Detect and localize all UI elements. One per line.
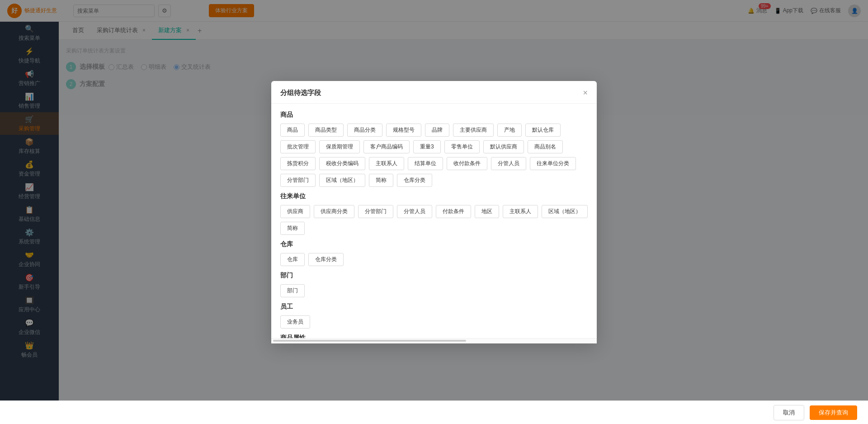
field-tag-partner-1[interactable]: 供应商分类 <box>314 205 354 218</box>
field-tag-product-3[interactable]: 规格型号 <box>386 124 421 137</box>
field-tag-product-6[interactable]: 产地 <box>497 124 522 137</box>
field-tag-product-1[interactable]: 商品类型 <box>308 124 344 137</box>
section-title-warehouse: 仓库 <box>280 240 588 248</box>
modal-horizontal-scrollbar[interactable] <box>271 338 597 343</box>
cancel-button[interactable]: 取消 <box>774 405 804 420</box>
field-tag-department-0[interactable]: 部门 <box>280 284 305 297</box>
field-tag-partner-3[interactable]: 分管人员 <box>397 205 432 218</box>
field-grid-department: 部门 <box>280 284 588 297</box>
field-tag-product-22[interactable]: 分管部门 <box>280 174 316 187</box>
modal-close-button[interactable]: × <box>583 88 588 98</box>
section-title-employee: 员工 <box>280 303 588 311</box>
field-tag-product-7[interactable]: 默认仓库 <box>525 124 561 137</box>
modal-header: 分组待选字段 × <box>271 81 597 104</box>
field-tag-product-24[interactable]: 简称 <box>369 174 393 187</box>
field-tag-product-8[interactable]: 批次管理 <box>280 140 316 153</box>
field-tag-partner-6[interactable]: 主联系人 <box>503 205 538 218</box>
field-tag-product-12[interactable]: 零售单位 <box>444 140 480 153</box>
field-tag-product-18[interactable]: 结算单位 <box>408 157 443 170</box>
field-tag-product-10[interactable]: 客户商品编码 <box>363 140 410 153</box>
field-tag-warehouse-0[interactable]: 仓库 <box>280 253 305 266</box>
section-title-partner: 往来单位 <box>280 192 588 200</box>
field-tag-product-19[interactable]: 收付款条件 <box>447 157 487 170</box>
field-tag-partner-7[interactable]: 区域（地区） <box>542 205 588 218</box>
field-tag-partner-8[interactable]: 简称 <box>280 222 305 235</box>
section-title-product: 商品 <box>280 111 588 119</box>
field-tag-partner-5[interactable]: 地区 <box>475 205 499 218</box>
field-grid-employee: 业务员 <box>280 315 588 329</box>
field-tag-product-11[interactable]: 重量3 <box>413 140 441 153</box>
field-tag-product-16[interactable]: 税收分类编码 <box>319 157 365 170</box>
field-tag-product-4[interactable]: 品牌 <box>425 124 449 137</box>
section-title-product_attr: 商品属性 <box>280 334 588 338</box>
field-tag-product-23[interactable]: 区域（地区） <box>319 174 365 187</box>
field-tag-product-14[interactable]: 商品别名 <box>528 140 563 153</box>
field-tag-product-25[interactable]: 仓库分类 <box>397 174 432 187</box>
field-select-modal: 分组待选字段 × 商品商品商品类型商品分类规格型号品牌主要供应商产地默认仓库批次… <box>271 81 597 343</box>
field-tag-product-5[interactable]: 主要供应商 <box>453 124 494 137</box>
field-tag-warehouse-1[interactable]: 仓库分类 <box>308 253 344 266</box>
field-tag-partner-4[interactable]: 付款条件 <box>436 205 471 218</box>
field-tag-product-0[interactable]: 商品 <box>280 124 305 137</box>
save-button[interactable]: 保存并查询 <box>810 405 857 420</box>
field-tag-product-20[interactable]: 分管人员 <box>491 157 526 170</box>
field-grid-product: 商品商品类型商品分类规格型号品牌主要供应商产地默认仓库批次管理保质期管理客户商品… <box>280 124 588 187</box>
modal-title: 分组待选字段 <box>280 89 321 97</box>
field-tag-product-13[interactable]: 默认供应商 <box>483 140 524 153</box>
field-tag-product-21[interactable]: 往来单位分类 <box>530 157 576 170</box>
field-tag-employee-0[interactable]: 业务员 <box>280 315 310 329</box>
field-tag-partner-0[interactable]: 供应商 <box>280 205 310 218</box>
section-title-department: 部门 <box>280 272 588 280</box>
field-tag-product-15[interactable]: 拣货积分 <box>280 157 316 170</box>
field-grid-warehouse: 仓库仓库分类 <box>280 253 588 266</box>
bottom-bar: 取消 保存并查询 <box>0 400 868 424</box>
field-grid-partner: 供应商供应商分类分管部门分管人员付款条件地区主联系人区域（地区）简称 <box>280 205 588 235</box>
field-tag-product-9[interactable]: 保质期管理 <box>319 140 360 153</box>
modal-body[interactable]: 商品商品商品类型商品分类规格型号品牌主要供应商产地默认仓库批次管理保质期管理客户… <box>271 104 597 338</box>
field-tag-product-2[interactable]: 商品分类 <box>347 124 382 137</box>
field-tag-product-17[interactable]: 主联系人 <box>369 157 404 170</box>
field-tag-partner-2[interactable]: 分管部门 <box>358 205 393 218</box>
